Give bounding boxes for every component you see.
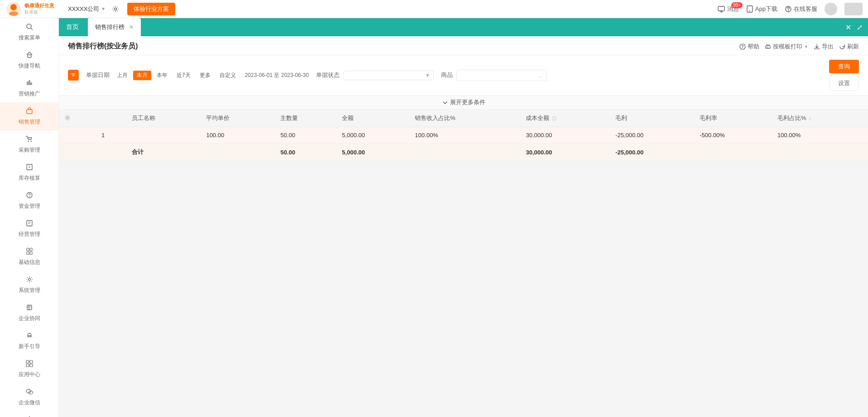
table-row: 1 100.00 50.00 5,000.00 100.00% 30,000.0… <box>59 127 868 144</box>
sidebar-item-appstore[interactable]: 应用中心 <box>0 355 58 383</box>
page-inner: 销售排行榜(按业务员) 帮助 按模板打印 ▼ <box>59 36 868 161</box>
sidebar-item-guide[interactable]: 新手引导 <box>0 327 58 355</box>
sidebar-item-marketing[interactable]: 营销推广 <box>0 74 58 102</box>
sidebar-shortcut-label: 快捷导航 <box>19 62 40 70</box>
sidebar-wechat-label: 企业微信 <box>19 399 40 407</box>
sidebar-item-basic[interactable]: 基础信息 <box>0 243 58 271</box>
sidebar-item-wechat[interactable]: 企业微信 <box>0 383 58 411</box>
col-avg-price: 平均单价 <box>201 110 275 127</box>
help-label: 帮助 <box>748 43 759 51</box>
search-icon <box>25 23 34 33</box>
export-button[interactable]: 导出 <box>814 43 834 51</box>
print-label: 按模板打印 <box>773 43 802 51</box>
footer-total-amount: 5,000.00 <box>336 144 409 161</box>
svg-point-35 <box>67 117 68 119</box>
content-area: 首页 销售排行榜 ✕ ✕ ⤢ 销售排行榜(按业务员) <box>59 18 868 417</box>
tab-bar-maximize-button[interactable]: ⤢ <box>857 23 863 32</box>
sidebar-item-search[interactable]: 搜索菜单 <box>0 18 58 46</box>
user-avatar[interactable] <box>825 3 837 15</box>
filter-date-group: 单据日期 上月 本月 本年 近7天 更多 自定义 2023-06-01 至 20… <box>86 71 309 80</box>
page-header-actions: 帮助 按模板打印 ▼ 导出 <box>739 43 859 51</box>
table-footer-row: 合计 50.00 5,000.00 30,000.00 -25,000.00 <box>59 144 868 161</box>
app-download-button[interactable]: App下载 <box>746 5 777 13</box>
tab-sales-ranking[interactable]: 销售排行榜 ✕ <box>88 18 141 36</box>
tab-bar: 首页 销售排行榜 ✕ ✕ ⤢ <box>59 18 868 36</box>
status-filter-label: 单据状态 <box>316 71 340 79</box>
row-avg-price: 100.00 <box>201 127 275 144</box>
row-col-settings <box>59 127 96 144</box>
tab-close-icon[interactable]: ✕ <box>129 24 134 30</box>
sidebar-item-shortcut[interactable]: 快捷导航 <box>0 46 58 74</box>
svg-rect-23 <box>27 305 32 310</box>
tab-bar-right: ✕ ⤢ <box>845 23 868 32</box>
sidebar-item-operations[interactable]: 经营管理 <box>0 215 58 243</box>
row-rank: 1 <box>96 127 126 144</box>
date-option-last-month[interactable]: 上月 <box>113 71 131 80</box>
column-settings-icon[interactable] <box>64 115 71 122</box>
svg-point-8 <box>788 10 789 11</box>
footer-sales-pct <box>409 144 520 161</box>
top-settings-button[interactable] <box>109 3 122 15</box>
sidebar-sales-label: 销售管理 <box>19 118 40 126</box>
footer-gross-profit: -25,000.00 <box>610 144 694 161</box>
print-button[interactable]: 按模板打印 ▼ <box>765 43 808 51</box>
sidebar-item-purchase[interactable]: 采购管理 <box>0 130 58 158</box>
company-selector[interactable]: XXXXX公司 ▼ <box>68 5 106 13</box>
filter-settings-button[interactable]: 设置 <box>829 76 859 91</box>
print-dropdown-icon[interactable]: ▼ <box>804 44 808 49</box>
page-title: 销售排行榜(按业务员) <box>68 42 138 51</box>
sidebar-item-sales[interactable]: 销售管理 <box>0 102 58 130</box>
svg-rect-11 <box>28 55 31 58</box>
tab-bar-close-button[interactable]: ✕ <box>845 23 851 32</box>
filter-expand-button[interactable] <box>68 70 79 81</box>
home-icon <box>25 51 34 61</box>
svg-line-10 <box>31 28 33 30</box>
date-option-custom[interactable]: 自定义 <box>216 71 240 80</box>
product-input-ellipsis: ... <box>538 72 543 79</box>
date-option-7days[interactable]: 近7天 <box>173 71 194 80</box>
product-input[interactable]: ... <box>456 70 547 81</box>
date-option-this-month[interactable]: 本月 <box>133 71 151 80</box>
tab-home[interactable]: 首页 <box>59 18 86 36</box>
basic-icon <box>25 247 34 257</box>
col-sales-pct: 销售收入占比% <box>409 110 520 127</box>
sidebar-item-finance[interactable]: 资金管理 <box>0 187 58 215</box>
footer-cost-amount: 30,000.00 <box>520 144 610 161</box>
sidebar-item-inventory[interactable]: 库存核算 <box>0 158 58 187</box>
logo-area: 畅康通好生意 标准版 <box>5 1 64 17</box>
cost-amount-info-icon: ⓘ <box>552 116 556 121</box>
page-header: 销售排行榜(按业务员) 帮助 按模板打印 ▼ <box>59 36 868 55</box>
trial-button[interactable]: 体验行业方案 <box>127 3 175 15</box>
message-badge: 99+ <box>731 2 743 8</box>
filter-status-group: 单据状态 ▼ <box>316 71 434 80</box>
sidebar-operations-label: 经营管理 <box>19 230 40 238</box>
message-button[interactable]: 消息 99+ <box>717 5 739 13</box>
footer-col1 <box>59 144 96 161</box>
online-support-button[interactable]: 在线客服 <box>785 5 817 13</box>
svg-rect-19 <box>30 248 32 251</box>
refresh-button[interactable]: 刷新 <box>839 43 859 51</box>
svg-point-1 <box>10 4 17 10</box>
col-settings[interactable] <box>59 110 96 127</box>
sidebar-item-enterprise[interactable]: 企业协同 <box>0 299 58 327</box>
refresh-label: 刷新 <box>847 43 859 51</box>
expand-more-bar[interactable]: 展开更多条件 <box>59 96 868 110</box>
company-name: XXXXX公司 <box>68 5 99 13</box>
system-icon <box>25 275 34 285</box>
sidebar-search-label: 搜索菜单 <box>19 34 40 42</box>
help-button[interactable]: 帮助 <box>739 43 759 51</box>
page-content: 销售排行榜(按业务员) 帮助 按模板打印 ▼ <box>59 36 868 417</box>
date-option-more[interactable]: 更多 <box>196 71 214 80</box>
sidebar-appstore-label: 应用中心 <box>19 371 40 379</box>
filter-bar: 单据日期 上月 本月 本年 近7天 更多 自定义 2023-06-01 至 20… <box>59 55 868 96</box>
user-name-area[interactable] <box>844 3 863 15</box>
date-option-this-year[interactable]: 本年 <box>153 71 171 80</box>
sidebar-item-member[interactable]: 畅会员 <box>0 411 58 417</box>
row-sales-pct: 100.00% <box>409 127 520 144</box>
svg-rect-26 <box>30 360 33 363</box>
sidebar-item-system[interactable]: 系统管理 <box>0 271 58 299</box>
status-select[interactable]: ▼ <box>343 71 434 80</box>
query-button[interactable]: 查询 <box>829 60 859 73</box>
tab-sales-ranking-label: 销售排行榜 <box>95 23 125 31</box>
gross-pct-label: 毛利占比% <box>777 115 806 121</box>
